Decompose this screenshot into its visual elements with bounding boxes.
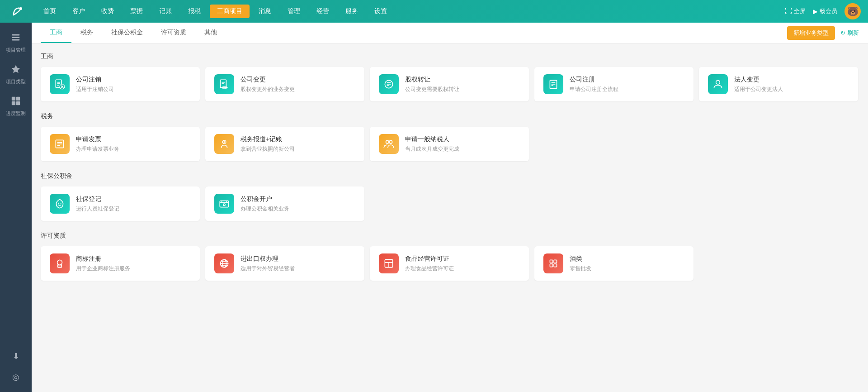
social-cards-grid: 社保登记 进行人员社保登记 xyxy=(41,186,859,221)
tab-social-insurance[interactable]: 社保公积金 xyxy=(102,23,152,43)
general-taxpayer-icon xyxy=(379,134,399,154)
svg-point-38 xyxy=(58,203,59,204)
company-change-icon xyxy=(214,74,234,94)
nav-accounting[interactable]: 记账 xyxy=(152,5,179,18)
legal-change-info: 法人变更 适用于公司变更法人 xyxy=(734,76,849,93)
user-avatar[interactable]: 🐻 xyxy=(844,3,861,19)
sidebar-location[interactable]: ◎ xyxy=(0,367,32,387)
svg-point-29 xyxy=(716,80,720,84)
nav-menu: 首页 客户 收费 票据 记账 报税 工商项目 消息 管理 经营 服务 设置 xyxy=(36,5,785,18)
section-title-commerce: 工商 xyxy=(41,53,859,61)
nav-client[interactable]: 客户 xyxy=(65,5,92,18)
card-tax-report[interactable]: 税务报道+记账 拿到营业执照的新公司 xyxy=(205,127,364,161)
fullscreen-button[interactable]: ⛶ 全屏 xyxy=(785,7,806,15)
social-register-info: 社保登记 进行人员社保登记 xyxy=(76,195,191,213)
sidebar-item-project-type[interactable]: 项目类型 xyxy=(0,59,32,91)
sidebar-item-label: 项目管理 xyxy=(6,47,26,53)
trademark-info: 商标注册 用于企业商标注册服务 xyxy=(76,255,191,272)
nav-manage[interactable]: 管理 xyxy=(280,5,307,18)
member-button[interactable]: ▶ 畅会员 xyxy=(813,7,837,15)
equity-transfer-desc: 公司变更需要股权转让 xyxy=(405,86,520,93)
card-company-register[interactable]: 公司注册 申请公司注册全流程 xyxy=(534,67,693,101)
social-register-title: 社保登记 xyxy=(76,195,191,203)
card-legal-change[interactable]: 法人变更 适用于公司变更法人 xyxy=(699,67,858,101)
tab-tax[interactable]: 税务 xyxy=(71,23,102,43)
legal-change-desc: 适用于公司变更法人 xyxy=(734,86,849,93)
nav-tax[interactable]: 报税 xyxy=(181,5,208,18)
sidebar-download[interactable]: ⬇ xyxy=(0,346,32,367)
sidebar-item-project-manage[interactable]: 项目管理 xyxy=(0,27,32,59)
tax-report-info: 税务报道+记账 拿到营业执照的新公司 xyxy=(241,135,355,153)
card-invoice-apply[interactable]: 申请发票 办理申请发票业务 xyxy=(41,127,200,161)
sidebar-item-label: 项目类型 xyxy=(6,78,26,85)
section-title-license: 许可资质 xyxy=(41,232,859,240)
tab-other[interactable]: 其他 xyxy=(195,23,226,43)
card-social-register[interactable]: 社保登记 进行人员社保登记 xyxy=(41,186,200,221)
invoice-apply-title: 申请发票 xyxy=(76,135,191,143)
import-export-icon xyxy=(214,253,234,273)
content-area: 工商 税务 社保公积金 许可资质 其他 新增业务类型 ↻ 刷新 工商 xyxy=(32,23,868,392)
tab-license[interactable]: 许可资质 xyxy=(152,23,195,43)
svg-rect-6 xyxy=(16,97,20,100)
new-type-button[interactable]: 新增业务类型 xyxy=(787,26,835,40)
fullscreen-label: 全屏 xyxy=(794,7,806,15)
company-cancel-icon xyxy=(50,74,70,94)
card-company-cancel[interactable]: 公司注销 适用于注销公司 xyxy=(41,67,200,101)
tax-report-title: 税务报道+记账 xyxy=(241,135,355,143)
svg-point-41 xyxy=(223,204,225,206)
top-navigation: 首页 客户 收费 票据 记账 报税 工商项目 消息 管理 经营 服务 设置 ⛶ … xyxy=(0,0,868,23)
alcohol-title: 酒类 xyxy=(570,255,684,263)
sidebar-item-progress[interactable]: 进度监测 xyxy=(0,91,32,122)
card-trademark[interactable]: 商标注册 用于企业商标注册服务 xyxy=(41,246,200,281)
social-register-icon xyxy=(50,194,70,214)
card-equity-transfer[interactable]: 股权转让 公司变更需要股权转让 xyxy=(370,67,529,101)
nav-fee[interactable]: 收费 xyxy=(94,5,121,18)
tab-commerce[interactable]: 工商 xyxy=(41,23,71,43)
nav-service[interactable]: 服务 xyxy=(338,5,365,18)
tax-report-icon xyxy=(214,134,234,154)
nav-settings[interactable]: 设置 xyxy=(367,5,394,18)
provident-fund-desc: 办理公积金相关业务 xyxy=(241,205,355,213)
card-general-taxpayer[interactable]: 申请一般纳税人 当月或次月成变更完成 xyxy=(370,127,529,161)
download-icon: ⬇ xyxy=(13,351,19,361)
svg-point-39 xyxy=(61,203,61,204)
company-register-icon xyxy=(543,74,563,94)
provident-fund-info: 公积金开户 办理公积金相关业务 xyxy=(241,195,355,213)
svg-rect-8 xyxy=(16,101,20,105)
tax-cards-grid: 申请发票 办理申请发票业务 税务 xyxy=(41,127,859,161)
commerce-cards-grid: 公司注销 适用于注销公司 xyxy=(41,67,859,101)
general-taxpayer-info: 申请一般纳税人 当月或次月成变更完成 xyxy=(405,135,520,153)
nav-business[interactable]: 工商项目 xyxy=(210,5,250,18)
section-social-insurance: 社保公积金 社保登记 进行人 xyxy=(41,172,859,221)
card-provident-fund[interactable]: 公积金开户 办理公积金相关业务 xyxy=(205,186,364,221)
main-content: 工商 xyxy=(32,43,868,392)
nav-invoice[interactable]: 票据 xyxy=(123,5,150,18)
provident-fund-icon xyxy=(214,194,234,214)
svg-point-36 xyxy=(386,140,389,143)
tax-report-desc: 拿到营业执照的新公司 xyxy=(241,145,355,153)
card-alcohol[interactable]: 酒类 零售批发 xyxy=(534,246,693,281)
alcohol-desc: 零售批发 xyxy=(570,265,684,272)
legal-change-icon xyxy=(708,74,728,94)
tab-actions: 新增业务类型 ↻ 刷新 xyxy=(787,26,859,40)
refresh-button[interactable]: ↻ 刷新 xyxy=(840,29,859,37)
social-register-desc: 进行人员社保登记 xyxy=(76,205,191,213)
svg-rect-57 xyxy=(554,264,557,267)
svg-rect-2 xyxy=(12,37,20,38)
food-license-icon xyxy=(379,253,399,273)
card-company-change[interactable]: 公司变更 股权变更外的业务变更 xyxy=(205,67,364,101)
company-change-info: 公司变更 股权变更外的业务变更 xyxy=(241,76,355,93)
import-export-title: 进出口权办理 xyxy=(241,255,355,263)
company-register-title: 公司注册 xyxy=(570,76,684,84)
card-food-license[interactable]: 食品经营许可证 办理食品经营许可证 xyxy=(370,246,529,281)
tab-bar: 工商 税务 社保公积金 许可资质 其他 新增业务类型 ↻ 刷新 xyxy=(32,23,868,43)
svg-point-44 xyxy=(57,260,62,265)
company-change-title: 公司变更 xyxy=(241,76,355,84)
svg-rect-3 xyxy=(12,39,20,41)
card-import-export[interactable]: 进出口权办理 适用于对外贸易经营者 xyxy=(205,246,364,281)
nav-message[interactable]: 消息 xyxy=(251,5,278,18)
nav-home[interactable]: 首页 xyxy=(36,5,63,18)
nav-operation[interactable]: 经营 xyxy=(309,5,336,18)
app-logo xyxy=(7,1,27,21)
section-commerce: 工商 xyxy=(41,53,859,101)
